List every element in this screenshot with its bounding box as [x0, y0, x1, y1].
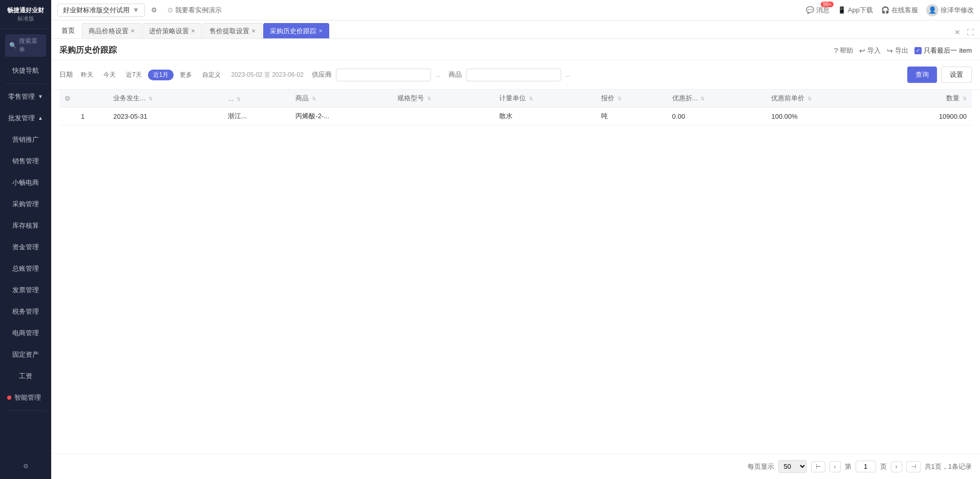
sidebar-item-sales[interactable]: 销售管理: [3, 151, 48, 171]
tab-purchase-history[interactable]: 采购历史价跟踪 ✕: [263, 23, 329, 38]
messages-button[interactable]: 💬 消息 99+: [806, 6, 829, 15]
close-purchase-history-icon[interactable]: ✕: [318, 28, 323, 34]
sort-price-icon[interactable]: ⇅: [617, 96, 622, 101]
tab-sale-price-label: 售价提取设置: [209, 27, 249, 36]
settings-button[interactable]: 设置: [941, 67, 972, 83]
sort-unit-price-icon[interactable]: ⇅: [807, 96, 812, 101]
import-icon: ↩: [859, 47, 865, 55]
date-more-btn[interactable]: 更多: [176, 70, 196, 80]
col-quantity: 数量 ⇅: [884, 90, 972, 107]
sidebar-item-wholesale[interactable]: 批发管理 ▲: [3, 108, 48, 128]
col-ellipsis: ... ⇅: [223, 90, 290, 107]
demo-button[interactable]: ⊙ 我要看实例演示: [167, 6, 222, 15]
topbar: 好业财标准版交付试用 ▼ ⚙ ⊙ 我要看实例演示 💬 消息 99+ 📱 App下…: [51, 0, 980, 20]
sort-spec-icon[interactable]: ⇅: [427, 96, 431, 101]
supplier-more-btn[interactable]: ...: [435, 71, 440, 78]
column-settings-icon[interactable]: ⚙: [65, 95, 71, 102]
row-settings-cell: [59, 107, 76, 125]
demo-icon: ⊙: [167, 6, 173, 14]
gear-icon: ⚙: [23, 463, 29, 470]
supplier-input[interactable]: [336, 69, 431, 81]
app-download-button[interactable]: 📱 App下载: [838, 6, 873, 15]
sidebar-item-ecommerce[interactable]: 电商管理: [3, 323, 48, 343]
sidebar-item-ecommerce-small[interactable]: 小畅电商: [3, 173, 48, 192]
tab-home-label: 首页: [61, 26, 75, 35]
date-custom-btn[interactable]: 自定义: [198, 70, 225, 80]
date-last7days-btn[interactable]: 近7天: [122, 70, 146, 80]
sidebar-item-invoice[interactable]: 发票管理: [3, 280, 48, 300]
page-number-input[interactable]: [856, 461, 876, 472]
sidebar-item-salary[interactable]: 工资: [3, 366, 48, 386]
row-quoted-price-cell: 0.00: [667, 107, 766, 125]
tab-purchase-strategy[interactable]: 进价策略设置 ✕: [142, 23, 202, 38]
sidebar-item-marketing[interactable]: 营销推广: [3, 130, 48, 149]
last-page-button[interactable]: ⊣: [906, 461, 921, 472]
total-info: 共1页，1条记录: [925, 462, 972, 471]
sidebar-item-fixed-assets[interactable]: 固定资产: [3, 345, 48, 364]
smart-indicator-dot: [7, 396, 11, 400]
sidebar-item-inventory[interactable]: 库存核算: [3, 216, 48, 235]
search-icon: 🔍: [9, 42, 17, 49]
row-price-unit-cell: 吨: [596, 107, 667, 125]
date-today-btn[interactable]: 今天: [99, 70, 120, 80]
phone-icon: 📱: [838, 6, 846, 14]
tab-price-settings[interactable]: 商品价格设置 ✕: [82, 23, 141, 38]
tab-sale-price[interactable]: 售价提取设置 ✕: [203, 23, 262, 38]
headset-icon: 🎧: [881, 6, 889, 14]
sort-discount-icon[interactable]: ⇅: [700, 96, 705, 101]
sidebar-item-general-ledger[interactable]: 总账管理: [3, 259, 48, 278]
sidebar: 畅捷通好业财 标准版 🔍 搜索菜单 快捷导航 零售管理 ▼ 批发管理 ▲ 营销推…: [0, 0, 51, 479]
sidebar-divider-bottom: [5, 410, 46, 411]
page-title: 采购历史价跟踪: [59, 45, 117, 56]
tab-home[interactable]: 首页: [55, 23, 81, 38]
close-purchase-strategy-icon[interactable]: ✕: [191, 28, 195, 34]
online-service-button[interactable]: 🎧 在线客服: [881, 6, 918, 15]
sidebar-item-smart[interactable]: 智能管理: [3, 388, 48, 407]
row-unit-cell: 散水: [494, 107, 596, 125]
supplier-filter-group: 供应商 ...: [312, 69, 440, 81]
sort-product-icon[interactable]: ⇅: [312, 96, 316, 101]
sidebar-item-finance[interactable]: 资金管理: [3, 237, 48, 257]
sidebar-item-purchase[interactable]: 采购管理: [3, 194, 48, 214]
only-last-checkbox[interactable]: ✓: [914, 47, 922, 54]
date-last1month-btn[interactable]: 近1月: [148, 70, 174, 80]
sort-quantity-icon[interactable]: ⇅: [963, 96, 967, 101]
per-page-select[interactable]: 50 10 20 100: [778, 460, 807, 473]
maximize-tab-button[interactable]: ⛶: [965, 26, 976, 38]
product-more-btn[interactable]: ...: [565, 71, 570, 78]
sidebar-settings-button[interactable]: ⚙: [5, 459, 46, 474]
help-button[interactable]: ? 帮助: [834, 46, 854, 55]
close-sale-price-icon[interactable]: ✕: [251, 28, 255, 34]
first-page-button[interactable]: ⊢: [811, 461, 825, 472]
user-profile-button[interactable]: 👤 徐泽华修改: [926, 4, 974, 16]
col-unit-price: 优惠前单价 ⇅: [766, 90, 883, 107]
data-table: ⚙ 业务发生... ⇅ ... ⇅: [59, 90, 972, 125]
main-area: 好业财标准版交付试用 ▼ ⚙ ⊙ 我要看实例演示 💬 消息 99+ 📱 App下…: [51, 0, 980, 479]
date-filter-label: 日期: [59, 70, 73, 79]
next-page-button[interactable]: ›: [891, 461, 902, 472]
import-button[interactable]: ↩ 导入: [859, 46, 881, 55]
sidebar-item-tax[interactable]: 税务管理: [3, 302, 48, 321]
export-icon: ↪: [887, 47, 893, 55]
prev-page-button[interactable]: ‹: [829, 461, 841, 472]
product-filter-label: 商品: [449, 70, 462, 79]
sidebar-search-button[interactable]: 🔍 搜索菜单: [5, 34, 46, 57]
page-container: 采购历史价跟踪 ? 帮助 ↩ 导入 ↪ 导出 ✓: [51, 39, 980, 479]
topbar-settings-button[interactable]: ⚙: [149, 4, 159, 16]
export-button[interactable]: ↪ 导出: [887, 46, 908, 55]
row-discount-cell: 100.00%: [766, 107, 883, 125]
date-yesterday-btn[interactable]: 昨天: [77, 70, 97, 80]
sort-unit-icon[interactable]: ⇅: [529, 96, 533, 101]
query-button[interactable]: 查询: [907, 67, 937, 83]
product-selector[interactable]: 好业财标准版交付试用 ▼: [57, 4, 145, 17]
product-input[interactable]: [466, 69, 561, 81]
close-price-settings-icon[interactable]: ✕: [131, 28, 135, 34]
user-avatar: 👤: [926, 4, 939, 16]
sidebar-quick-nav[interactable]: 快捷导航: [3, 61, 48, 80]
sort-date-icon[interactable]: ⇅: [148, 96, 153, 101]
sort-ellipsis-icon[interactable]: ⇅: [237, 96, 241, 102]
close-tab-button[interactable]: ✕: [952, 26, 963, 38]
sidebar-logo: 畅捷通好业财 标准版: [0, 0, 51, 29]
tabs-right-controls: ✕ ⛶: [952, 26, 976, 38]
sidebar-item-retail[interactable]: 零售管理 ▼: [3, 87, 48, 106]
